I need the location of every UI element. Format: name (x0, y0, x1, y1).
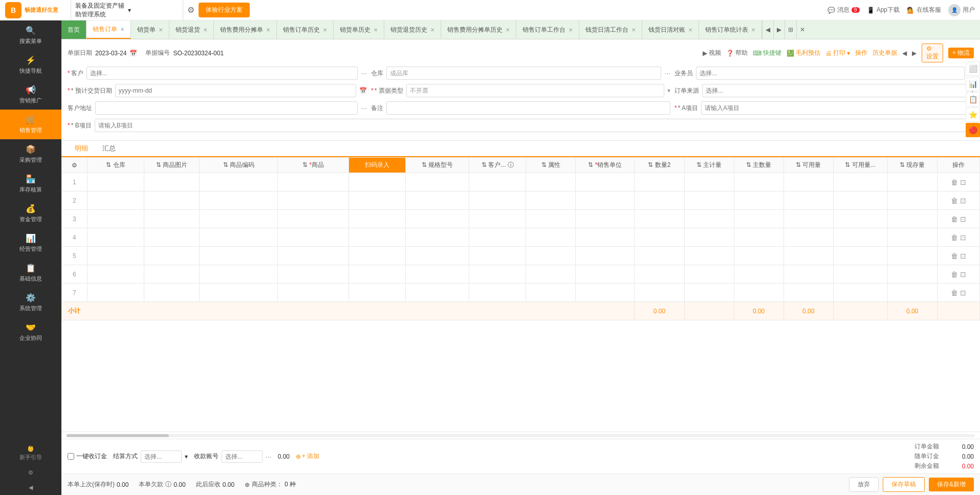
row-copy-btn[interactable]: ⊡ (960, 289, 966, 297)
order-source-input[interactable] (702, 84, 968, 97)
row-customer-code[interactable] (469, 191, 526, 210)
row-main-qty[interactable] (734, 173, 783, 191)
row-unit[interactable] (576, 173, 635, 191)
right-tool-3[interactable]: 📋 (966, 92, 980, 106)
sidebar-item-purchase[interactable]: 📦 采购管理 (0, 139, 61, 169)
row-delete-btn[interactable]: 🗑 (951, 178, 958, 186)
address-more-btn[interactable]: ··· (361, 104, 367, 112)
close-icon[interactable]: ✕ (159, 27, 163, 33)
row-warehouse[interactable] (87, 210, 144, 228)
row-qty2[interactable] (635, 191, 684, 210)
gear-icon[interactable]: ⚙ (187, 5, 194, 15)
row-copy-btn[interactable]: ⊡ (960, 197, 966, 205)
tab-order-history[interactable]: 销售订单历史 ✕ (277, 20, 334, 39)
row-customer-code[interactable] (469, 265, 526, 284)
row-customer-code[interactable] (469, 173, 526, 191)
close-icon[interactable]: ✕ (688, 27, 692, 33)
note-input[interactable] (386, 101, 670, 115)
row-qty2[interactable] (635, 265, 684, 284)
warehouse-input[interactable] (386, 67, 661, 80)
b-project-input[interactable] (95, 119, 974, 132)
row-qty2[interactable] (635, 247, 684, 265)
row-warehouse[interactable] (87, 284, 144, 302)
sidebar-item-inventory[interactable]: 🏪 库存核算 (0, 169, 61, 199)
row-attr[interactable] (526, 191, 576, 210)
row-unit[interactable] (576, 228, 635, 247)
row-warehouse[interactable] (87, 191, 144, 210)
tab-workbench[interactable]: 销售订单工作台 ✕ (516, 20, 579, 39)
sidebar-item-enterprise[interactable]: 🤝 企业协同 (0, 317, 61, 347)
th-settings[interactable]: ⚙ (62, 158, 88, 173)
sidebar-item-marketing[interactable]: 📢 营销推广 (0, 80, 61, 110)
payment-method-select[interactable] (141, 450, 182, 463)
row-product[interactable] (277, 265, 349, 284)
row-qty2[interactable] (635, 173, 684, 191)
row-customer-code[interactable] (469, 284, 526, 302)
row-code[interactable] (200, 265, 278, 284)
close-icon[interactable]: ✕ (569, 27, 573, 33)
sidebar-item-basic-info[interactable]: 📋 基础信息 (0, 258, 61, 288)
close-icon[interactable]: ✕ (323, 27, 327, 33)
th-main-qty[interactable]: ⇅ 主数量 (734, 158, 783, 173)
app-download-link[interactable]: 📱 App下载 (867, 6, 900, 14)
calendar-icon[interactable]: 📅 (129, 50, 137, 57)
invoice-dropdown-icon[interactable]: ▾ (667, 87, 670, 94)
tab-sales-order-close[interactable]: ✕ (120, 27, 124, 32)
row-warehouse[interactable] (87, 265, 144, 284)
tab-fee-split[interactable]: 销售费用分摊单 ✕ (214, 20, 277, 39)
tab-sales-return[interactable]: 销货退货 ✕ (169, 20, 214, 39)
row-qty2[interactable] (635, 210, 684, 228)
sidebar-settings-btn[interactable]: ⚙ (0, 465, 61, 480)
row-main-qty[interactable] (734, 191, 783, 210)
sidebar-item-sales[interactable]: 🛒 销售管理 (0, 110, 61, 139)
row-copy-btn[interactable]: ⊡ (960, 215, 966, 223)
row-copy-btn[interactable]: ⊡ (960, 233, 966, 242)
close-icon[interactable]: ✕ (631, 27, 636, 33)
row-warehouse[interactable] (87, 228, 144, 247)
row-warehouse[interactable] (87, 173, 144, 191)
sidebar-item-shortcut[interactable]: ⚡ 快捷导航 (0, 50, 61, 80)
scroll-track[interactable] (67, 434, 975, 437)
scroll-area[interactable] (61, 432, 980, 439)
a-project-input[interactable] (701, 101, 974, 115)
row-warehouse[interactable] (87, 247, 144, 265)
page-prev-btn[interactable]: ◀ (902, 50, 907, 57)
th-sales-unit[interactable]: ⇅ *销售单位 (576, 158, 635, 173)
close-icon[interactable]: ✕ (374, 27, 378, 33)
th-qty2[interactable]: ⇅ 数量2 (635, 158, 684, 173)
row-main-qty[interactable] (734, 228, 783, 247)
row-attr[interactable] (526, 228, 576, 247)
row-code[interactable] (200, 173, 278, 191)
row-spec[interactable] (405, 210, 469, 228)
customer-input[interactable] (86, 67, 358, 80)
row-delete-btn[interactable]: 🗑 (951, 197, 958, 205)
row-spec[interactable] (405, 173, 469, 191)
tab-prev-btn[interactable]: ◀ (762, 20, 773, 39)
th-image[interactable]: ⇅ 商品图片 (144, 158, 200, 173)
row-delete-btn[interactable]: 🗑 (951, 270, 958, 278)
row-spec[interactable] (405, 284, 469, 302)
payment-checkbox-label[interactable]: 一键收订金 (68, 452, 107, 461)
tab-sales-invoice[interactable]: 销货单 ✕ (131, 20, 169, 39)
row-product[interactable] (277, 284, 349, 302)
th-attr[interactable]: ⇅ 属性 (526, 158, 576, 173)
payment-account-select[interactable] (222, 450, 263, 463)
th-stock[interactable]: ⇅ 现存量 (887, 158, 937, 173)
row-delete-btn[interactable]: 🗑 (951, 289, 958, 297)
discard-button[interactable]: 放弃 (849, 477, 879, 492)
row-delete-btn[interactable]: 🗑 (951, 233, 958, 242)
row-copy-btn[interactable]: ⊡ (960, 178, 966, 186)
right-tool-2[interactable]: 📊 (966, 77, 980, 91)
sidebar-item-operations[interactable]: 📊 经营管理 (0, 228, 61, 258)
tab-reconcile[interactable]: 钱货日清对账 ✕ (642, 20, 699, 39)
th-avail[interactable]: ⇅ 可用量 (783, 158, 833, 173)
row-attr[interactable] (526, 265, 576, 284)
row-attr[interactable] (526, 284, 576, 302)
add-payment-btn[interactable]: ⊕ + 添加 (296, 452, 319, 461)
row-delete-btn[interactable]: 🗑 (951, 252, 958, 260)
row-spec[interactable] (405, 191, 469, 210)
close-icon[interactable]: ✕ (506, 27, 510, 33)
row-product[interactable] (277, 228, 349, 247)
shortcut-action[interactable]: ⌨ 快捷键 (753, 49, 781, 57)
calendar2-icon[interactable]: 📅 (359, 87, 367, 94)
